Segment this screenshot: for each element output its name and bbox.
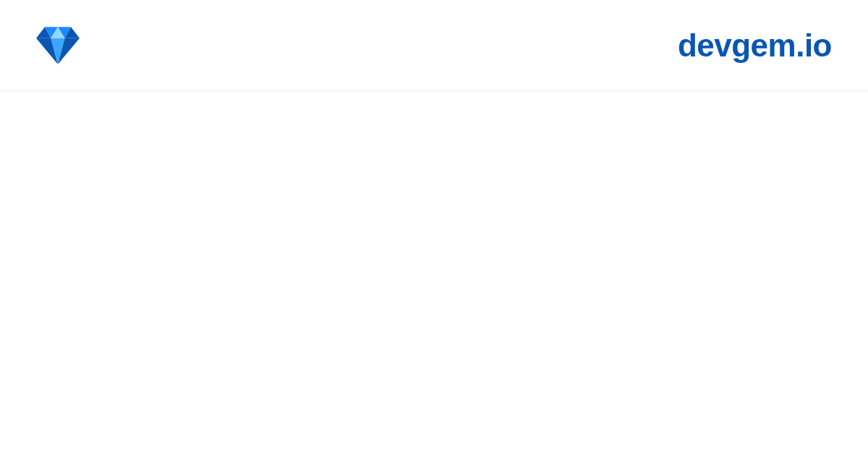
main-content xyxy=(0,91,868,149)
logo[interactable] xyxy=(36,27,80,64)
gem-icon xyxy=(36,27,80,64)
site-header: devgem.io xyxy=(0,0,868,91)
brand-name[interactable]: devgem.io xyxy=(678,28,832,64)
